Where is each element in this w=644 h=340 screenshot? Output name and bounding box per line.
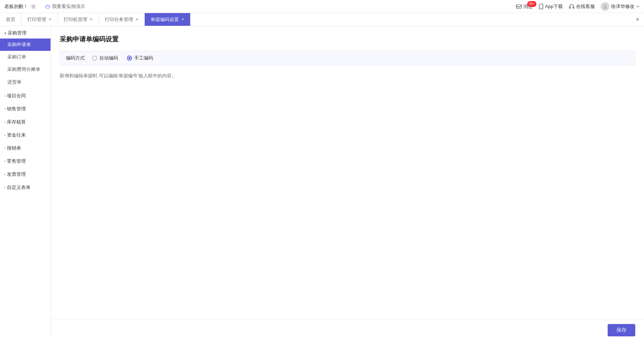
footer-bar: 保存 — [51, 320, 644, 340]
save-button[interactable]: 保存 — [608, 324, 635, 336]
gear-icon — [31, 4, 36, 9]
sidebar-group-returns[interactable]: › 报销单 — [0, 141, 51, 154]
page-area: 采购申请单编码设置 编码方式 自动编码 手工编码 新增和编辑单据时,可以编辑'单… — [51, 26, 644, 340]
radio-manual[interactable]: 手工编码 — [127, 55, 153, 61]
main-content: 采购申请单编码设置 编码方式 自动编码 手工编码 新增和编辑单据时,可以编辑'单… — [51, 26, 644, 340]
chevron-right-icon: › — [4, 159, 5, 163]
tab-print-mgmt-close[interactable]: ✕ — [48, 17, 52, 22]
online-service-label: 在线客服 — [576, 3, 595, 10]
tab-print-mgmt-label: 打印管理 — [27, 16, 46, 23]
svg-rect-5 — [569, 7, 571, 8]
avatar — [601, 2, 609, 11]
chevron-right-icon: › — [4, 146, 5, 150]
tab-printer-mgmt[interactable]: 打印机管理 ✕ — [58, 13, 99, 26]
sidebar-item-purchase-expense[interactable]: 采购费用分摊单 — [0, 63, 51, 76]
tab-home-label: 首页 — [6, 16, 15, 23]
chevron-right-icon: › — [4, 185, 5, 189]
sidebar: ▾ 采购管理 采购申请单 采购订单 采购费用分摊单 进货单 › 项目合同 › 销… — [0, 26, 51, 340]
page-title: 采购申请单编码设置 — [60, 35, 635, 44]
settings-button[interactable] — [31, 4, 36, 9]
radio-auto[interactable]: 自动编码 — [92, 55, 118, 61]
radio-manual-circle — [127, 56, 132, 61]
tab-print-task-mgmt-label: 打印任务管理 — [105, 16, 133, 23]
tab-barcode-setting[interactable]: 单据编码设置 ✕ — [145, 13, 191, 26]
close-all-tabs-button[interactable]: ✕ — [631, 13, 644, 26]
sidebar-group-inventory-label: 库存核算 — [7, 119, 26, 125]
svg-point-0 — [33, 6, 34, 7]
demo-link[interactable]: 我要看实例演示 — [45, 3, 85, 10]
tab-barcode-setting-close[interactable]: ✕ — [181, 17, 184, 22]
encoding-method-row: 编码方式 自动编码 手工编码 — [60, 51, 635, 65]
sidebar-group-retail-mgmt[interactable]: › 零售管理 — [0, 154, 51, 167]
encoding-method-label: 编码方式 — [66, 55, 85, 61]
cloud-icon — [45, 4, 51, 9]
chevron-right-icon: › — [4, 133, 5, 137]
tab-printer-mgmt-close[interactable]: ✕ — [89, 17, 93, 22]
user-info[interactable]: 徐泽华修改 — [601, 2, 640, 11]
svg-point-7 — [604, 5, 606, 7]
sidebar-group-purchase-mgmt[interactable]: ▾ 采购管理 — [0, 26, 51, 39]
headset-icon — [569, 4, 575, 9]
sidebar-group-custom-form-label: 自定义表单 — [7, 184, 31, 191]
tab-print-task-mgmt[interactable]: 打印任务管理 ✕ — [99, 13, 145, 26]
message-button[interactable]: 消息 99+ — [516, 3, 533, 10]
phone-icon — [539, 4, 544, 9]
radio-manual-label: 手工编码 — [134, 55, 153, 61]
tab-home[interactable]: 首页 — [0, 13, 21, 26]
sidebar-item-stock-in[interactable]: 进货单 — [0, 76, 51, 88]
svg-point-4 — [541, 8, 541, 8]
user-name: 徐泽华修改 — [611, 3, 635, 10]
sidebar-item-purchase-request[interactable]: 采购申请单 — [0, 39, 51, 51]
tab-printer-mgmt-label: 打印机管理 — [64, 16, 87, 23]
sidebar-group-retail-mgmt-label: 零售管理 — [7, 158, 26, 165]
topbar: 老板勿刪！ 我要看实例演示 消息 99+ App下载 — [0, 0, 644, 13]
sidebar-group-project-contract-label: 项目合同 — [7, 93, 26, 99]
sidebar-group-invoice-mgmt-label: 发票管理 — [7, 171, 26, 178]
chevron-right-icon: › — [4, 107, 5, 111]
chevron-down-icon: ▾ — [4, 31, 6, 35]
topbar-right: 消息 99+ App下载 在线客服 徐 — [516, 2, 640, 11]
svg-rect-2 — [516, 5, 521, 8]
tab-barcode-setting-label: 单据编码设置 — [151, 16, 179, 23]
sidebar-group-inventory[interactable]: › 库存核算 — [0, 115, 51, 128]
layout: ▾ 采购管理 采购申请单 采购订单 采购费用分摊单 进货单 › 项目合同 › 销… — [0, 26, 644, 340]
demo-text: 我要看实例演示 — [52, 3, 85, 10]
tab-print-task-mgmt-close[interactable]: ✕ — [135, 17, 139, 22]
tabbar: 首页 打印管理 ✕ 打印机管理 ✕ 打印任务管理 ✕ 单据编码设置 ✕ ✕ — [0, 13, 644, 26]
topbar-title: 老板勿刪！ — [4, 3, 28, 10]
radio-auto-label: 自动编码 — [99, 55, 118, 61]
sidebar-group-purchase-mgmt-label: 采购管理 — [8, 30, 27, 36]
sidebar-group-sales-mgmt-label: 销售管理 — [7, 106, 26, 112]
hint-text: 新增和编辑单据时,可以编辑'单据编号'输入框中的内容。 — [60, 73, 635, 79]
radio-group: 自动编码 手工编码 — [92, 55, 153, 61]
app-download-label: App下载 — [545, 3, 563, 10]
svg-rect-6 — [573, 7, 574, 8]
chevron-right-icon: › — [4, 172, 5, 176]
chevron-right-icon: › — [4, 94, 5, 98]
sidebar-group-returns-label: 报销单 — [7, 145, 21, 151]
radio-auto-circle — [92, 56, 97, 61]
sidebar-group-invoice-mgmt[interactable]: › 发票管理 — [0, 167, 51, 180]
chevron-down-icon — [636, 5, 640, 8]
sidebar-group-funds[interactable]: › 资金往来 — [0, 128, 51, 141]
message-badge: 99+ — [527, 1, 536, 7]
app-download-button[interactable]: App下载 — [539, 3, 563, 10]
sidebar-group-custom-form[interactable]: › 自定义表单 — [0, 181, 51, 193]
sidebar-item-purchase-order[interactable]: 采购订单 — [0, 51, 51, 63]
chevron-right-icon: › — [4, 120, 5, 124]
message-icon — [516, 4, 522, 9]
sidebar-group-funds-label: 资金往来 — [7, 132, 26, 138]
tab-print-mgmt[interactable]: 打印管理 ✕ — [21, 13, 58, 26]
sidebar-group-project-contract[interactable]: › 项目合同 — [0, 89, 51, 101]
sidebar-group-sales-mgmt[interactable]: › 销售管理 — [0, 102, 51, 114]
online-service-button[interactable]: 在线客服 — [569, 3, 595, 10]
